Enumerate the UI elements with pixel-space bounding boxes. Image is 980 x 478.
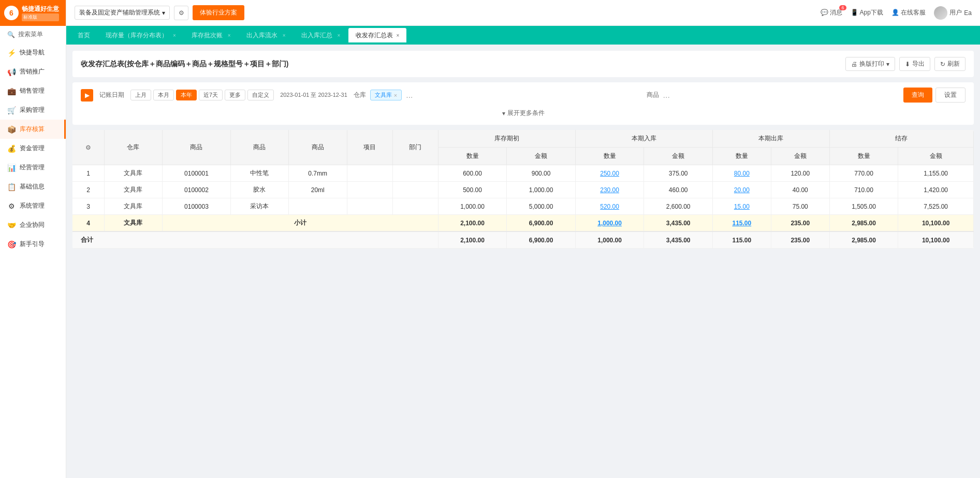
tab-batch[interactable]: 库存批次账 × — [184, 28, 238, 42]
tab-close-stock-dist[interactable]: × — [173, 33, 176, 38]
settings-button[interactable]: ⚙ — [174, 6, 188, 20]
filter-setting-button[interactable]: 设置 — [935, 88, 966, 103]
system-selector[interactable]: 装备及固定资产辅助管理系统 ▾ — [75, 6, 170, 20]
dropdown-arrow-icon: ▾ — [162, 9, 165, 17]
tab-close-summary[interactable]: × — [338, 33, 341, 38]
subtotal-in-qty[interactable]: 1,000.00 — [575, 215, 644, 232]
warehouse-dots[interactable]: ... — [406, 91, 413, 100]
sidebar-item-inventory[interactable]: 📦 库存核算 — [0, 120, 66, 139]
cell-spec — [288, 198, 347, 215]
filter-toggle-button[interactable]: ▶ — [81, 89, 93, 102]
subtotal-out-qty[interactable]: 115.00 — [712, 215, 771, 232]
phone-icon: 📱 — [851, 9, 858, 16]
tab-close-flow[interactable]: × — [283, 33, 286, 38]
cell-in-amt: 460.00 — [644, 182, 713, 198]
cell-balance-qty: 1,505.00 — [829, 198, 898, 215]
column-settings-icon[interactable]: ⚙ — [85, 144, 91, 151]
cell-out-qty[interactable]: 15.00 — [712, 198, 771, 215]
gear-icon: ⚙ — [179, 9, 184, 17]
marketing-icon: 📢 — [7, 68, 16, 76]
tab-stock-dist[interactable]: 现存量（库存分布表） × — [98, 28, 183, 42]
chevron-down-icon: ▾ — [886, 61, 889, 68]
service-icon: 👤 — [891, 9, 899, 16]
sidebar-item-search[interactable]: 🔍 搜索菜单 — [0, 26, 66, 43]
subtotal-balance-amt: 10,100.00 — [898, 215, 974, 232]
th-balance-qty: 数量 — [829, 148, 898, 165]
filter-panel: ▶ 记账日期 上月 本月 本年 近7天 更多 自定义 2023-01-01 至 … — [72, 82, 974, 125]
tab-close-batch[interactable]: × — [228, 33, 231, 38]
date-btn-more[interactable]: 更多 — [225, 90, 245, 100]
search-icon: 🔍 — [7, 31, 15, 38]
user-menu[interactable]: 用户 Ea — [934, 6, 972, 20]
date-btn-custom[interactable]: 自定义 — [247, 90, 274, 100]
cell-out-qty[interactable]: 80.00 — [712, 165, 771, 182]
tab-summary[interactable]: 出入库汇总 × — [294, 28, 348, 42]
sidebar-item-quick-nav[interactable]: ⚡ 快捷导航 — [0, 43, 66, 62]
tab-close-receive-summary[interactable]: × — [396, 33, 399, 38]
th-in-qty: 数量 — [575, 148, 644, 165]
sidebar-item-purchase[interactable]: 🛒 采购管理 — [0, 100, 66, 120]
total-row: 合计 2,100.00 6,900.00 1,000.00 3,435.00 1… — [72, 231, 974, 249]
th-balance-amt: 金额 — [898, 148, 974, 165]
date-btn-this-year[interactable]: 本年 — [176, 90, 197, 100]
cell-balance-amt: 1,155.00 — [898, 165, 974, 182]
cell-code: 0100002 — [162, 182, 231, 198]
th-in-group: 本期入库 — [575, 130, 712, 148]
refresh-button[interactable]: ↻ 刷新 — [934, 57, 966, 71]
date-btn-last-month[interactable]: 上月 — [130, 90, 151, 100]
sidebar-item-basic-info[interactable]: 📋 基础信息 — [0, 177, 66, 196]
cell-opening-qty: 1,000.00 — [438, 198, 507, 215]
finance-icon: 💰 — [7, 144, 16, 153]
th-name: 商品 — [231, 130, 289, 165]
page-body: 收发存汇总表(按仓库＋商品编码＋商品＋规格型号＋项目＋部门) 🖨 换版打印 ▾ … — [66, 45, 980, 478]
sidebar-item-marketing[interactable]: 📢 营销推广 — [0, 62, 66, 81]
inventory-icon: 📦 — [7, 125, 16, 134]
goods-dots[interactable]: ... — [663, 91, 670, 100]
tab-bar: 首页 现存量（库存分布表） × 库存批次账 × 出入库流水 × 出入库汇总 × … — [66, 26, 980, 45]
th-out-amt: 金额 — [771, 148, 829, 165]
expand-filter-button[interactable]: ▾ 展开更多条件 — [81, 107, 966, 120]
cell-warehouse: 文具库 — [105, 165, 163, 182]
tab-home[interactable]: 首页 — [70, 28, 97, 42]
quick-nav-icon: ⚡ — [7, 49, 16, 57]
sidebar-item-operations[interactable]: 📊 经营管理 — [0, 158, 66, 177]
enterprise-icon: 🤝 — [7, 221, 16, 229]
cell-in-qty[interactable]: 230.00 — [575, 182, 644, 198]
th-in-amt: 金额 — [644, 148, 713, 165]
cell-name: 胶水 — [231, 182, 289, 198]
date-btn-7days[interactable]: 近7天 — [199, 90, 223, 100]
cell-balance-qty: 710.00 — [829, 182, 898, 198]
date-btn-this-month[interactable]: 本月 — [153, 90, 174, 100]
total-out-amt: 235.00 — [771, 231, 829, 249]
cell-in-qty[interactable]: 520.00 — [575, 198, 644, 215]
trial-button[interactable]: 体验行业方案 — [193, 5, 244, 20]
sidebar-item-finance[interactable]: 💰 资金管理 — [0, 139, 66, 158]
basic-info-icon: 📋 — [7, 183, 16, 191]
print-button[interactable]: 🖨 换版打印 ▾ — [845, 57, 895, 71]
table-row: 2 文具库 0100002 胶水 20ml 500.00 1,000.00 23… — [72, 182, 974, 198]
query-button[interactable]: 查询 — [903, 88, 932, 103]
avatar-image — [934, 6, 947, 20]
cell-in-qty[interactable]: 250.00 — [575, 165, 644, 182]
message-badge[interactable]: 💬 消息 6 — [821, 8, 842, 17]
sidebar-item-enterprise[interactable]: 🤝 企业协同 — [0, 215, 66, 235]
cell-name: 采访本 — [231, 198, 289, 215]
th-opening-group: 库存期初 — [438, 130, 575, 148]
sidebar-item-system[interactable]: ⚙ 系统管理 — [0, 196, 66, 215]
warehouse-filter: 仓库 文具库 × ... — [354, 90, 413, 100]
online-service-link[interactable]: 👤 在线客服 — [891, 8, 926, 17]
app-logo: 6 畅捷通好生意 标准版 — [0, 0, 66, 26]
app-download-link[interactable]: 📱 App下载 — [851, 8, 883, 17]
export-button[interactable]: ⬇ 导出 — [899, 57, 930, 71]
logo-text: 畅捷通好生意 标准版 — [22, 5, 59, 21]
tab-flow[interactable]: 出入库流水 × — [239, 28, 293, 42]
avatar — [934, 6, 947, 20]
sidebar-item-sales[interactable]: 💼 销售管理 — [0, 81, 66, 100]
cell-out-qty[interactable]: 20.00 — [712, 182, 771, 198]
filter-row: ▶ 记账日期 上月 本月 本年 近7天 更多 自定义 2023-01-01 至 … — [81, 88, 966, 103]
purchase-icon: 🛒 — [7, 106, 16, 114]
tab-receive-summary[interactable]: 收发存汇总表 × — [348, 28, 406, 42]
warehouse-tag-close[interactable]: × — [394, 92, 397, 98]
sidebar-item-guide[interactable]: 🎯 新手引导 — [0, 235, 66, 254]
th-settings[interactable]: ⚙ — [72, 130, 105, 165]
